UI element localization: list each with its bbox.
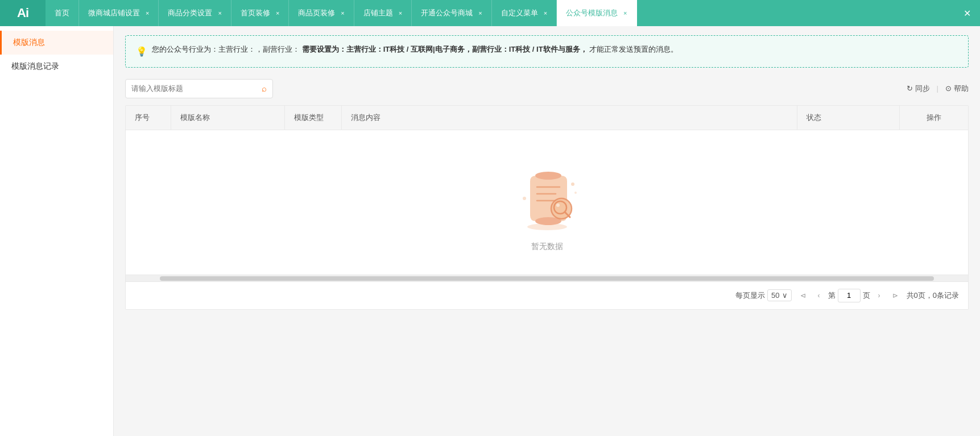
- col-header-type: 模版类型: [285, 106, 342, 130]
- nav-tab-home-decor[interactable]: 首页装修×: [231, 0, 289, 26]
- close-tab-icon-home-decor[interactable]: ×: [276, 10, 279, 16]
- scrollbar-track[interactable]: [160, 276, 934, 281]
- close-tab-icon-custom-menu[interactable]: ×: [544, 10, 547, 16]
- per-page-value: 50: [771, 291, 779, 300]
- nav-tab-home[interactable]: 首页: [46, 0, 79, 26]
- close-all-button[interactable]: ✕: [954, 0, 980, 26]
- svg-point-1: [535, 172, 561, 180]
- chevron-down-icon: ∨: [782, 291, 788, 300]
- alert-box: 💡 您的公众号行业为：主营行业：，副营行业： 需要设置为：主营行业：IT科技 /…: [125, 35, 969, 68]
- close-tab-icon-product-decor[interactable]: ×: [341, 10, 344, 16]
- top-nav: Ai 首页微商城店铺设置×商品分类设置×首页装修×商品页装修×店铺主题×开通公众…: [0, 0, 980, 26]
- horizontal-scrollbar[interactable]: [126, 275, 968, 281]
- alert-highlight: 需要设置为：主营行业：IT科技 / 互联网|电子商务，副营行业：IT科技 / I…: [302, 45, 588, 53]
- per-page-select[interactable]: 50 ∨: [767, 289, 791, 301]
- search-input-wrap[interactable]: ⌕: [125, 79, 273, 98]
- sync-label: 同步: [915, 84, 930, 94]
- nav-tab-open-mall[interactable]: 开通公众号商城×: [412, 0, 491, 26]
- nav-tab-template-msg[interactable]: 公众号模版消息×: [557, 0, 636, 26]
- nav-tab-shop-theme[interactable]: 店铺主题×: [354, 0, 412, 26]
- main-content: 💡 您的公众号行业为：主营行业：，副营行业： 需要设置为：主营行业：IT科技 /…: [114, 26, 980, 436]
- top-right-actions: ↻ 同步 | ⊙ 帮助: [907, 84, 969, 94]
- close-tab-icon-shop-settings[interactable]: ×: [146, 10, 149, 16]
- close-tab-icon-shop-theme[interactable]: ×: [399, 10, 402, 16]
- first-page-button[interactable]: ⊲: [796, 289, 810, 302]
- sidebar: 模版消息模版消息记录: [0, 26, 114, 436]
- nav-tab-product-decor[interactable]: 商品页装修×: [289, 0, 354, 26]
- help-button[interactable]: ⊙ 帮助: [945, 84, 969, 94]
- table-header: 序号 模版名称 模版类型 消息内容 状态 操作: [126, 106, 968, 130]
- close-tab-icon-category-settings[interactable]: ×: [218, 10, 221, 16]
- page-label: 第: [828, 290, 836, 301]
- nav-tab-shop-settings[interactable]: 微商城店铺设置×: [79, 0, 159, 26]
- svg-point-11: [574, 192, 577, 194]
- table-wrap: 序号 模版名称 模版类型 消息内容 状态 操作: [125, 105, 969, 310]
- search-button[interactable]: ⌕: [262, 84, 267, 93]
- col-header-status: 状态: [797, 106, 900, 130]
- help-icon: ⊙: [945, 84, 952, 93]
- close-tab-icon-open-mall[interactable]: ×: [478, 10, 482, 16]
- page-size-select: 每页显示 50 ∨: [735, 289, 791, 301]
- alert-text: 您的公众号行业为：主营行业：，副营行业： 需要设置为：主营行业：IT科技 / 互…: [152, 44, 678, 56]
- col-header-action: 操作: [900, 106, 968, 130]
- last-page-button[interactable]: ⊳: [888, 289, 902, 302]
- empty-icon: [513, 164, 581, 232]
- lightbulb-icon: 💡: [136, 44, 147, 59]
- svg-point-10: [571, 182, 574, 186]
- help-label: 帮助: [954, 84, 969, 94]
- next-page-button[interactable]: ›: [873, 289, 886, 302]
- svg-point-9: [556, 204, 560, 207]
- col-header-index: 序号: [126, 106, 171, 130]
- sidebar-items: 模版消息模版消息记录: [0, 31, 113, 78]
- sidebar-item-template-record[interactable]: 模版消息记录: [0, 55, 113, 78]
- svg-point-12: [523, 197, 526, 200]
- divider: |: [937, 84, 938, 93]
- close-tab-icon-template-msg[interactable]: ×: [623, 10, 627, 16]
- search-bar: ⌕ ↻ 同步 | ⊙ 帮助: [125, 79, 969, 98]
- pagination: 每页显示 50 ∨ ⊲ ‹ 第 页 › ⊳ 共0页，0条记录: [126, 281, 968, 309]
- sync-icon: ↻: [907, 84, 913, 93]
- page-nav: ⊲ ‹ 第 页 › ⊳: [796, 289, 902, 302]
- col-header-name: 模版名称: [171, 106, 285, 130]
- nav-tabs: 首页微商城店铺设置×商品分类设置×首页装修×商品页装修×店铺主题×开通公众号商城…: [46, 0, 954, 26]
- layout: 模版消息模版消息记录 💡 您的公众号行业为：主营行业：，副营行业： 需要设置为：…: [0, 26, 980, 436]
- col-header-content: 消息内容: [342, 106, 797, 130]
- sync-button[interactable]: ↻ 同步: [907, 84, 930, 94]
- nav-tab-category-settings[interactable]: 商品分类设置×: [159, 0, 231, 26]
- page-total: 共0页，0条记录: [907, 290, 959, 301]
- per-page-label: 每页显示: [735, 290, 765, 301]
- alert-suffix: 才能正常发送预置的消息。: [589, 45, 678, 53]
- search-input[interactable]: [131, 84, 262, 93]
- empty-state: 暂无数据: [126, 130, 968, 275]
- page-number-input[interactable]: [838, 289, 861, 302]
- alert-prefix: 您的公众号行业为：主营行业：，副营行业：: [152, 45, 300, 53]
- sidebar-item-template-message[interactable]: 模版消息: [0, 31, 113, 55]
- empty-text: 暂无数据: [531, 242, 563, 252]
- prev-page-button[interactable]: ‹: [812, 289, 826, 302]
- page-unit: 页: [863, 290, 870, 301]
- nav-tab-custom-menu[interactable]: 自定义菜单×: [492, 0, 557, 26]
- app-logo: Ai: [0, 0, 46, 26]
